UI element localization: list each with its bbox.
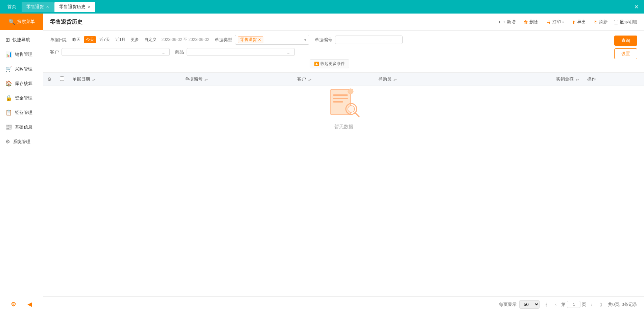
prev-page-button[interactable]: ‹ (552, 300, 560, 309)
empty-state: 暂无数据 (43, 86, 644, 130)
tab-home[interactable]: 首页 (3, 2, 21, 12)
sidebar-bottom: ⚙ ◀ (0, 296, 43, 312)
date-btn-custom[interactable]: 自定义 (142, 36, 159, 43)
doc-type-chevron-icon[interactable]: ▾ (304, 38, 306, 42)
page-title: 零售退货历史 (50, 19, 82, 26)
filter-customer: 客户 ... (50, 48, 170, 56)
date-btn-7days[interactable]: 近7天 (97, 36, 112, 43)
date-range-display: 2023-06-02 至 2023-06-02 (161, 37, 209, 43)
customer-input[interactable]: ... (62, 48, 170, 56)
delete-button[interactable]: 🗑 删除 (522, 18, 540, 26)
first-page-button[interactable]: ⟪ (542, 300, 550, 309)
customer-ellipsis-icon[interactable]: ... (160, 49, 167, 54)
export-button[interactable]: ⬆ 导出 (570, 18, 588, 26)
tab-retail-return-close[interactable]: ✕ (46, 5, 49, 9)
collapse-label: 收起更多条件 (320, 61, 345, 67)
sidebar-item-sys-mgmt[interactable]: ⚙ 系统管理 (0, 134, 43, 149)
collapse-button[interactable]: 🔼 收起更多条件 (310, 59, 349, 68)
svg-line-6 (355, 113, 359, 117)
header-actions: ＋ + 新增 🗑 删除 🖨 打印 ▾ ⬆ 导出 ↻ (495, 18, 637, 26)
data-table: ⚙ 单据日期 ▴▾ 单据编号 ▴▾ (43, 73, 644, 130)
sidebar-item-quick-nav[interactable]: ⊞ 快捷导航 (0, 32, 43, 47)
page-label: 第 (561, 302, 566, 308)
query-button[interactable]: 查询 (614, 36, 637, 46)
sidebar: 🔍 搜索菜单 ⊞ 快捷导航 📊 销售管理 🛒 采购管理 🏠 库存核算 🔒 (0, 14, 43, 312)
next-page-button[interactable]: › (588, 300, 596, 309)
top-bar: 首页 零售退货 ✕ 零售退货历史 ✕ ✕ (0, 0, 644, 14)
empty-state-row: 暂无数据 (43, 86, 644, 130)
table-body: 暂无数据 (43, 86, 644, 130)
col-customer: 客户 ▴▾ (293, 73, 374, 86)
sys-icon: ⚙ (5, 138, 10, 145)
print-button[interactable]: 🖨 打印 ▾ (544, 18, 566, 26)
sidebar-item-label: 基础信息 (15, 124, 32, 130)
sidebar-item-label: 采购管理 (15, 66, 32, 72)
settings-bottom-icon[interactable]: ⚙ (11, 300, 16, 308)
col-action: 操作 (583, 73, 644, 86)
tab-retail-return[interactable]: 零售退货 ✕ (22, 2, 54, 12)
empty-icon (324, 86, 364, 120)
print-chevron-icon: ▾ (562, 20, 564, 24)
svg-point-5 (348, 106, 355, 112)
search-menu[interactable]: 🔍 搜索菜单 (0, 14, 43, 30)
goods-input[interactable]: ... (187, 48, 295, 56)
no-sort-icon[interactable]: ▴▾ (205, 78, 208, 81)
show-detail-checkbox[interactable] (614, 20, 618, 24)
customer-sort-icon[interactable]: ▴▾ (308, 78, 312, 81)
print-label: 打印 (552, 19, 561, 25)
column-setting-icon[interactable]: ⚙ (47, 76, 52, 82)
finance-icon: 🔒 (5, 95, 12, 101)
tab-home-label: 首页 (7, 4, 16, 10)
date-btn-yesterday[interactable]: 昨天 (70, 36, 82, 43)
tab-retail-return-history[interactable]: 零售退货历史 ✕ (54, 2, 95, 12)
sidebar-item-label: 销售管理 (15, 51, 32, 58)
col-checkbox (56, 73, 68, 86)
doc-type-input[interactable]: 零售退货 ✕ ▾ (235, 35, 309, 45)
sidebar-item-base-info[interactable]: 📰 基础信息 (0, 120, 43, 134)
refresh-button[interactable]: ↻ 刷新 (592, 18, 610, 26)
svg-rect-2 (333, 98, 348, 99)
sidebar-item-sales-mgmt[interactable]: 📊 销售管理 (0, 47, 43, 62)
window-close-button[interactable]: ✕ (631, 2, 641, 12)
base-icon: 📰 (5, 124, 12, 130)
filter-doc-type: 单据类型 零售退货 ✕ ▾ (215, 35, 309, 45)
col-no: 单据编号 ▴▾ (181, 73, 293, 86)
tab-retail-return-history-close[interactable]: ✕ (88, 5, 91, 9)
sidebar-item-inventory[interactable]: 🏠 库存核算 (0, 76, 43, 91)
sidebar-item-label: 资金管理 (15, 95, 32, 101)
sidebar-item-ops-mgmt[interactable]: 📋 经营管理 (0, 105, 43, 120)
doc-no-input[interactable] (335, 36, 403, 44)
goods-ellipsis-icon[interactable]: ... (285, 49, 292, 54)
page-number-input[interactable] (567, 301, 580, 308)
sidebar-item-label: 快捷导航 (13, 37, 30, 43)
table-container: ⚙ 单据日期 ▴▾ 单据编号 ▴▾ (43, 73, 644, 296)
page-nav: ⟪ ‹ 第 页 › ⟫ (542, 300, 605, 309)
guide-sort-icon[interactable]: ▴▾ (393, 78, 397, 81)
filter-action-buttons: 查询 设置 (614, 35, 637, 59)
date-btn-today[interactable]: 今天 (84, 36, 96, 43)
per-page-select[interactable]: 10 20 50 100 (519, 300, 540, 309)
date-btn-more[interactable]: 更多 (129, 36, 141, 43)
filter-area: 单据日期 昨天 今天 近7天 近1月 更多 自定义 2023-06-02 至 2… (43, 31, 644, 73)
date-sort-icon[interactable]: ▴▾ (92, 78, 96, 81)
collapse-sidebar-icon[interactable]: ◀ (27, 300, 32, 308)
date-btn-1month[interactable]: 近1月 (113, 36, 128, 43)
sidebar-item-purchase-mgmt[interactable]: 🛒 采购管理 (0, 62, 43, 76)
amount-sort-icon[interactable]: ▴▾ (576, 78, 579, 81)
doc-type-remove-icon[interactable]: ✕ (258, 38, 261, 42)
empty-text: 暂无数据 (334, 124, 353, 130)
doc-type-label: 单据类型 (215, 37, 232, 43)
inventory-icon: 🏠 (5, 80, 12, 87)
refresh-icon: ↻ (594, 20, 598, 25)
delete-icon: 🗑 (524, 20, 528, 25)
set-button[interactable]: 设置 (614, 48, 637, 59)
filter-row-1: 单据日期 昨天 今天 近7天 近1月 更多 自定义 2023-06-02 至 2… (50, 35, 609, 45)
last-page-button[interactable]: ⟫ (597, 300, 605, 309)
select-all-checkbox[interactable] (60, 76, 64, 81)
export-label: 导出 (577, 19, 586, 25)
tab-bar: 首页 零售退货 ✕ 零售退货历史 ✕ (3, 2, 631, 12)
delete-label: 删除 (529, 19, 538, 25)
show-detail-toggle[interactable]: 显示明细 (614, 19, 637, 25)
add-button[interactable]: ＋ + 新增 (495, 18, 518, 26)
sidebar-item-finance[interactable]: 🔒 资金管理 (0, 91, 43, 105)
